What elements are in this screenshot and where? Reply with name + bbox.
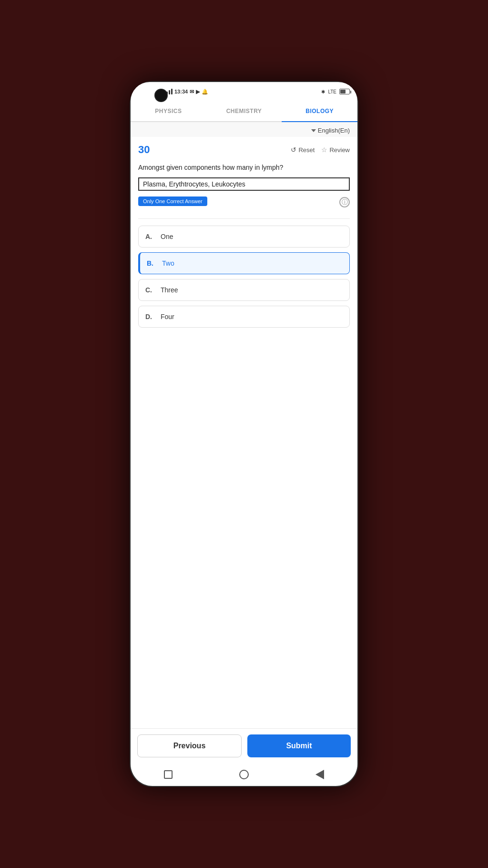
question-header: 30 ↺ Reset ☆ Review (138, 144, 350, 156)
option-c-letter: C. (145, 286, 155, 294)
review-button[interactable]: ☆ Review (321, 146, 350, 154)
previous-button[interactable]: Previous (137, 734, 242, 757)
reset-label: Reset (298, 146, 315, 154)
subject-tabs: PHYSICS CHEMISTRY BIOLOGY (131, 101, 357, 122)
option-a-letter: A. (145, 233, 155, 240)
status-left: 13:34 ✉ ▶ 🔔 (164, 89, 208, 95)
option-b-letter: B. (147, 259, 156, 267)
lte-icon: LTE (328, 89, 336, 94)
badge-row: Only One Correct Answer ⓘ (138, 196, 350, 208)
reset-icon: ↺ (291, 146, 296, 154)
option-d[interactable]: D. Four (138, 306, 350, 328)
option-d-text: Four (161, 313, 174, 320)
chevron-down-icon (311, 129, 316, 132)
option-a[interactable]: A. One (138, 226, 350, 248)
question-text: Amongst given components how many in lym… (138, 163, 350, 173)
status-right: ✱ LTE (321, 89, 350, 94)
square-icon[interactable] (164, 770, 173, 779)
question-highlight: Plasma, Erythtrocytes, Leukocytes (138, 177, 350, 191)
system-nav-bar (131, 763, 357, 786)
bottom-navigation: Previous Submit (131, 728, 357, 763)
question-number: 30 (138, 144, 150, 156)
option-c[interactable]: C. Three (138, 279, 350, 301)
tab-chemistry[interactable]: CHEMISTRY (206, 101, 282, 121)
time-display: 13:34 (174, 89, 188, 94)
options-list: A. One B. Two C. Three D. Four (138, 226, 350, 722)
option-b-text: Two (162, 259, 174, 267)
divider (138, 218, 350, 219)
option-d-letter: D. (145, 313, 155, 320)
answer-type-badge: Only One Correct Answer (138, 196, 207, 206)
mail-icon: ✉ (190, 89, 194, 95)
circle-icon[interactable] (239, 770, 249, 779)
star-icon: ☆ (321, 146, 327, 154)
camera-hole (154, 89, 168, 102)
bluetooth-icon: ✱ (321, 89, 325, 94)
screen: PHYSICS CHEMISTRY BIOLOGY English(En) 30 (131, 101, 357, 763)
info-icon[interactable]: ⓘ (339, 197, 350, 207)
submit-button[interactable]: Submit (247, 734, 351, 757)
battery-indicator (339, 89, 350, 94)
language-row: English(En) (131, 122, 357, 137)
back-icon[interactable] (315, 770, 324, 779)
option-b[interactable]: B. Two (138, 252, 350, 274)
media-icon: ▶ (196, 89, 200, 95)
reset-button[interactable]: ↺ Reset (291, 146, 315, 154)
option-a-text: One (161, 233, 173, 240)
alarm-icon: 🔔 (202, 89, 208, 95)
language-label: English(En) (318, 127, 350, 134)
question-actions: ↺ Reset ☆ Review (291, 146, 350, 154)
option-c-text: Three (161, 286, 178, 294)
tab-physics[interactable]: PHYSICS (131, 101, 206, 121)
language-selector[interactable]: English(En) (311, 127, 350, 134)
tab-biology[interactable]: BIOLOGY (282, 101, 357, 121)
question-area: 30 ↺ Reset ☆ Review Amongst given compon… (131, 137, 357, 728)
review-label: Review (329, 146, 350, 154)
